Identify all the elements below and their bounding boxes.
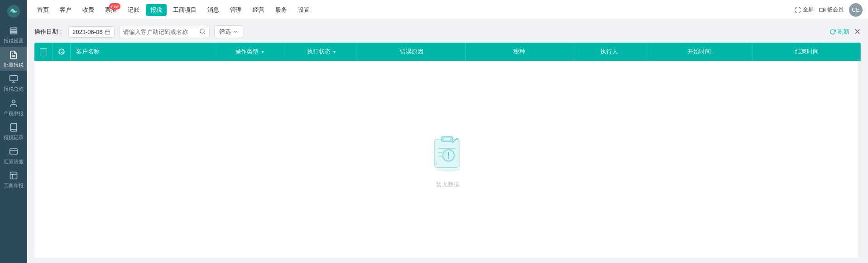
nav-guanli[interactable]: 管理: [225, 4, 246, 16]
sidebar-item-label: 个税申报: [4, 111, 24, 117]
annual-settle-icon: [9, 147, 18, 157]
search-input[interactable]: [120, 27, 196, 37]
fullscreen-icon: [795, 7, 801, 13]
th-settings: [53, 43, 71, 61]
date-label: 操作日期：: [34, 28, 64, 36]
svg-rect-11: [10, 149, 18, 154]
svg-rect-3: [10, 30, 17, 31]
empty-state: 暂无数据: [416, 121, 480, 198]
sidebar-item-label: 汇算清缴: [4, 159, 24, 165]
sidebar-item-gongshang-nianbao[interactable]: 工商年报: [0, 167, 27, 191]
member-label: 畅会员: [827, 6, 844, 14]
nav-home[interactable]: 首页: [33, 4, 53, 16]
th-customer: 客户名称: [71, 43, 214, 61]
svg-rect-13: [10, 172, 17, 179]
record-icon: [9, 123, 18, 133]
sidebar-item-baoshui-zonlan[interactable]: 报税总览: [0, 71, 27, 95]
th-exec-status: 执行状态 ▼: [286, 43, 358, 61]
fullscreen-btn[interactable]: 全屏: [795, 6, 814, 14]
toolbar: 操作日期： 2023-06-06 筛选: [34, 25, 861, 38]
search-box: [119, 26, 210, 38]
nav-xiaoxi[interactable]: 消息: [203, 4, 224, 16]
svg-rect-15: [820, 8, 824, 11]
nav-piaoju[interactable]: 票据 new: [101, 4, 121, 16]
batch-tax-icon: [9, 50, 18, 61]
nav-items: 首页 客户 收费 票据 new 记账 报税 工商项目 消息 管理 经营 服务 设…: [33, 4, 795, 16]
overview-icon: [9, 74, 18, 85]
search-icon: [199, 28, 206, 34]
main-area: 首页 客户 收费 票据 new 记账 报税 工商项目 消息 管理 经营 服务 设…: [27, 0, 868, 263]
nav-shezhi[interactable]: 设置: [293, 4, 314, 16]
sidebar-item-label: 工商年报: [4, 183, 24, 189]
refresh-button[interactable]: 刷新: [830, 28, 849, 36]
settings-icon: [9, 26, 18, 37]
sidebar-item-label: 报税设置: [4, 38, 24, 44]
close-button[interactable]: ✕: [854, 28, 861, 36]
nav-baoshui[interactable]: 报税: [146, 4, 167, 16]
date-picker[interactable]: 2023-06-06: [68, 26, 115, 38]
avatar[interactable]: CE: [849, 3, 863, 17]
person-tax-icon: [9, 99, 18, 109]
app-logo: [0, 0, 27, 23]
th-tax-type: 税种: [466, 43, 574, 61]
nav-shoufei[interactable]: 收费: [78, 4, 99, 16]
table-body: 暂无数据: [34, 61, 861, 258]
topnav-right: 全屏 畅会员 CE: [795, 3, 863, 17]
th-error-reason: 错误原因: [358, 43, 466, 61]
filter-button[interactable]: 筛选: [214, 25, 243, 38]
svg-rect-4: [10, 32, 17, 34]
refresh-label: 刷新: [838, 28, 849, 36]
sidebar-item-label: 报税记录: [4, 135, 24, 141]
svg-point-36: [435, 163, 437, 165]
sort-icon: ▼: [332, 49, 337, 54]
nav-fuwu[interactable]: 服务: [271, 4, 292, 16]
annual-report-icon: [9, 171, 18, 181]
column-settings-icon[interactable]: [58, 49, 65, 55]
top-nav: 首页 客户 收费 票据 new 记账 报税 工商项目 消息 管理 经营 服务 设…: [27, 0, 868, 20]
svg-point-1: [12, 10, 15, 13]
th-op-type: 操作类型 ▼: [214, 43, 286, 61]
svg-marker-14: [823, 9, 825, 11]
sidebar-item-baoshui-jilu[interactable]: 报税记录: [0, 119, 27, 143]
svg-rect-26: [444, 138, 450, 140]
svg-point-33: [448, 157, 449, 159]
svg-point-22: [61, 51, 62, 53]
svg-point-20: [200, 29, 204, 33]
data-table: 客户名称 操作类型 ▼ 执行状态 ▼ 错误原因 税种 执行人: [34, 43, 861, 258]
calendar-icon: [105, 29, 110, 35]
th-executor: 执行人: [573, 43, 645, 61]
sidebar-item-huisuan-jiaona[interactable]: 汇算清缴: [0, 143, 27, 167]
svg-rect-7: [10, 76, 18, 81]
search-button[interactable]: [196, 26, 209, 38]
new-badge: new: [109, 3, 120, 10]
date-value: 2023-06-06: [72, 29, 103, 35]
svg-point-37: [432, 151, 433, 153]
th-start-time: 开始时间: [645, 43, 753, 61]
fullscreen-label: 全屏: [803, 6, 814, 14]
sidebar-item-piliang-baoshui[interactable]: 批量报税: [0, 47, 27, 71]
select-all-checkbox[interactable]: [40, 48, 47, 55]
svg-line-21: [203, 32, 205, 34]
member-btn[interactable]: 畅会员: [819, 6, 844, 14]
video-icon: [819, 7, 825, 13]
nav-customers[interactable]: 客户: [55, 4, 76, 16]
sort-icon: ▼: [260, 49, 265, 54]
nav-jingying[interactable]: 经营: [248, 4, 269, 16]
chevron-down-icon: [233, 29, 238, 34]
svg-rect-2: [10, 28, 17, 29]
sidebar-item-baoshui-shezhi[interactable]: 报税设置: [0, 23, 27, 47]
scrollbar-track[interactable]: [858, 61, 861, 258]
svg-rect-16: [105, 30, 110, 34]
filter-label: 筛选: [219, 28, 231, 36]
th-end-time: 结束时间: [753, 43, 861, 61]
sidebar-item-geshuishenb[interactable]: 个税申报: [0, 95, 27, 119]
svg-point-23: [436, 167, 460, 172]
refresh-icon: [830, 29, 836, 35]
table-header: 客户名称 操作类型 ▼ 执行状态 ▼ 错误原因 税种 执行人: [34, 43, 861, 61]
nav-jizh[interactable]: 记账: [123, 4, 144, 16]
empty-illustration: [425, 130, 470, 175]
nav-gongshang[interactable]: 工商项目: [168, 4, 201, 16]
sidebar-item-label: 报税总览: [4, 86, 24, 92]
sidebar-item-label: 批量报税: [4, 62, 24, 68]
sidebar: 报税设置 批量报税 报税总览 个税申报: [0, 0, 27, 263]
